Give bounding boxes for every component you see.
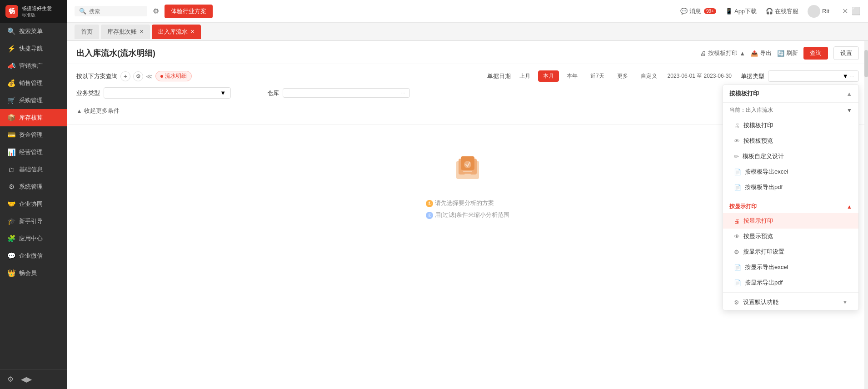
sidebar-item-shortcut[interactable]: ⚡ 快捷导航: [0, 40, 67, 57]
purchase-icon: 🛒: [7, 96, 15, 105]
print-template-btn[interactable]: 🖨 按模板打印 ▲: [700, 49, 745, 57]
phone-icon: 📱: [725, 8, 733, 15]
sidebar-item-collab[interactable]: 🤝 企业协同: [0, 195, 67, 213]
sales-icon: 💰: [7, 79, 15, 87]
printer2-icon: 🖨: [734, 122, 740, 129]
operations-icon: 📊: [7, 148, 15, 156]
dp-item-display-preview[interactable]: 👁 按显示预览: [723, 229, 858, 244]
sidebar-item-operations[interactable]: 📊 经营管理: [0, 144, 67, 161]
printer-icon: 🖨: [700, 50, 706, 57]
settings-btn[interactable]: 设置: [833, 46, 859, 60]
date-btn-7days[interactable]: 近7天: [585, 70, 609, 82]
logo-text: 畅捷通好生意 标准版: [22, 5, 52, 17]
dp-item-template-custom[interactable]: ✏ 模板自定义设计: [723, 149, 858, 164]
eye2-icon: 👁: [734, 233, 740, 240]
date-btn-last-month[interactable]: 上月: [514, 70, 535, 82]
filter-settings-btn[interactable]: ⚙: [133, 71, 143, 81]
tab-batch[interactable]: 库存批次账 ✕: [101, 25, 150, 39]
guide-icon: 🎓: [7, 217, 15, 225]
search-icon: 🔍: [7, 27, 15, 35]
topbar-gear-icon[interactable]: ⚙: [153, 7, 159, 15]
finance-icon: 💳: [7, 131, 15, 139]
active-filter-tag[interactable]: 流水明细: [155, 71, 192, 81]
dp-item-set-default[interactable]: ⚙ 设置默认功能 ▼: [723, 294, 858, 310]
tab-flow[interactable]: 出入库流水 ✕: [152, 25, 201, 39]
eye-icon: 👁: [734, 138, 740, 145]
headset-icon: 🎧: [766, 8, 773, 15]
tab-close-batch[interactable]: ✕: [140, 29, 144, 35]
sidebar-item-system[interactable]: ⚙ 系统管理: [0, 178, 67, 195]
dp-item-template-print[interactable]: 🖨 按模板打印: [723, 118, 858, 133]
dp-item-display-excel[interactable]: 📄 按显示导出excel: [723, 259, 858, 275]
export-btn[interactable]: 📤 导出: [751, 49, 772, 57]
sidebar-item-guide[interactable]: 🎓 新手引导: [0, 213, 67, 230]
dp-item-template-excel[interactable]: 📄 按模板导出excel: [723, 164, 858, 180]
shortcut-icon: ⚡: [7, 45, 15, 53]
biz-type-select[interactable]: ▼: [104, 87, 231, 99]
user-avatar-area[interactable]: Rit: [808, 5, 829, 18]
close-icon[interactable]: ✕: [842, 7, 848, 15]
sidebar-scroll: 🔍 搜索菜单 ⚡ 快捷导航 📣 营销推广 💰 销售管理 🛒 采购管理 📦 库存核…: [0, 23, 67, 369]
app-download-btn[interactable]: 📱 App下载: [725, 7, 757, 15]
sidebar: 畅 畅捷通好生意 标准版 🔍 搜索菜单 ⚡ 快捷导航 📣 营销推广 💰 销售管理…: [0, 0, 67, 389]
chevron-down-icon2: ▼: [220, 90, 226, 96]
tab-close-flow[interactable]: ✕: [190, 29, 195, 35]
tab-home[interactable]: 首页: [75, 25, 99, 39]
dp-item-display-settings[interactable]: ⚙ 按显示打印设置: [723, 244, 858, 259]
industry-btn[interactable]: 体验行业方案: [165, 5, 213, 18]
topbar-search-box[interactable]: 🔍: [75, 6, 147, 16]
sidebar-item-base[interactable]: 🗂 基础信息: [0, 161, 67, 178]
date-range: 2023-06-01 至 2023-06-30: [668, 72, 732, 80]
date-btn-this-month[interactable]: 本月: [538, 70, 559, 82]
date-btn-more[interactable]: 更多: [612, 70, 633, 82]
sidebar-fold-icon[interactable]: ◀▶: [21, 375, 32, 384]
sidebar-item-marketing[interactable]: 📣 营销推广: [0, 57, 67, 75]
chevron-up-icon4[interactable]: ▲: [847, 204, 852, 210]
search-input[interactable]: [89, 8, 143, 15]
sidebar-item-finance[interactable]: 💳 资金管理: [0, 126, 67, 144]
sidebar-item-wechat[interactable]: 💬 企业微信: [0, 247, 67, 264]
sidebar-item-search[interactable]: 🔍 搜索菜单: [0, 23, 67, 40]
dropdown-header-actions: ▲: [846, 90, 852, 97]
type-label: 单据类型: [741, 72, 764, 80]
marketing-icon: 📣: [7, 62, 15, 70]
dp-section2-title: 按显示打印 ▲: [723, 199, 858, 213]
filter-collapse-icon[interactable]: ≪: [146, 73, 153, 80]
scrollbar-thumb[interactable]: [864, 50, 868, 77]
divider: [723, 197, 858, 197]
message-btn[interactable]: 💬 消息 99+: [680, 7, 716, 15]
sidebar-item-appcenter[interactable]: 🧩 应用中心: [0, 230, 67, 247]
svg-point-3: [464, 161, 471, 168]
search-icon: 🔍: [79, 8, 86, 15]
sidebar-item-purchase[interactable]: 🛒 采购管理: [0, 92, 67, 109]
system-icon: ⚙: [7, 183, 15, 191]
chevron-up-icon3[interactable]: ▲: [846, 90, 852, 97]
maximize-icon[interactable]: ⬜: [852, 7, 861, 15]
refresh-btn[interactable]: 🔄 刷新: [777, 49, 798, 57]
svg-rect-5: [464, 174, 471, 175]
type-select[interactable]: ▼ ···: [768, 70, 859, 82]
date-btn-custom[interactable]: 自定义: [636, 70, 662, 82]
sidebar-item-inventory[interactable]: 📦 库存核算: [0, 109, 67, 126]
filter-add-btn[interactable]: +: [120, 71, 130, 81]
dp-item-template-pdf[interactable]: 📄 按模板导出pdf: [723, 180, 858, 195]
excel2-icon: 📄: [734, 264, 741, 271]
message-badge: 99+: [704, 8, 716, 14]
dp-item-display-pdf[interactable]: 📄 按显示导出pdf: [723, 275, 858, 290]
dp-item-display-print[interactable]: 🖨 按显示打印: [723, 213, 858, 229]
sidebar-settings-icon[interactable]: ⚙: [7, 375, 14, 384]
dp-item-template-preview[interactable]: 👁 按模板预览: [723, 133, 858, 149]
window-controls: ✕ ⬜: [842, 7, 861, 15]
sidebar-item-sales[interactable]: 💰 销售管理: [0, 75, 67, 92]
warehouse-filter: 仓库 ···: [267, 88, 410, 98]
chevron-down-icon4: ▼: [843, 299, 848, 305]
online-service-btn[interactable]: 🎧 在线客服: [766, 7, 798, 15]
warehouse-select[interactable]: ···: [283, 88, 410, 98]
scrollbar[interactable]: [864, 41, 868, 389]
more-icon: ···: [850, 74, 854, 79]
empty-illustration: [449, 152, 486, 188]
query-btn[interactable]: 查询: [803, 47, 828, 60]
sidebar-item-member[interactable]: 👑 畅会员: [0, 264, 67, 282]
date-btn-this-year[interactable]: 本年: [562, 70, 583, 82]
pdf2-icon: 📄: [734, 279, 741, 286]
